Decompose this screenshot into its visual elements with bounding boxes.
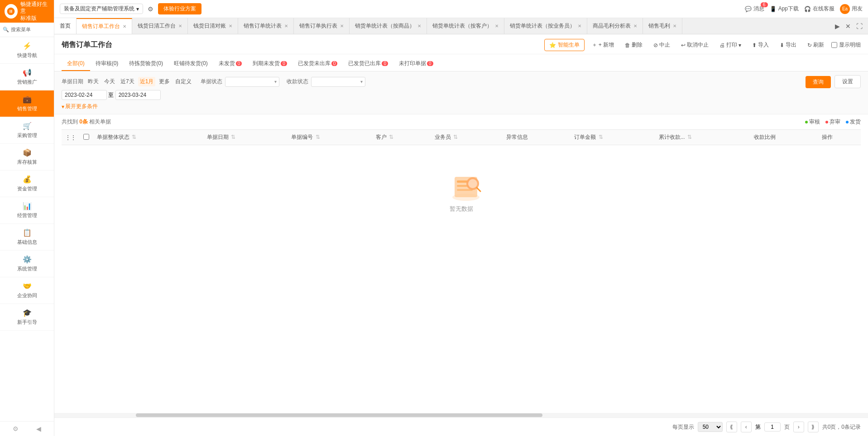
close-tab-sales-workbench[interactable]: ✕ bbox=[123, 24, 126, 29]
sub-tab-pending-review[interactable]: 待审核(0) bbox=[90, 57, 124, 71]
cancel-review-action[interactable]: 弃审 bbox=[825, 118, 840, 126]
tab-sales-stat-staff[interactable]: 销货单统计表（按业务员） ✕ bbox=[504, 18, 587, 34]
payment-select[interactable] bbox=[311, 77, 365, 87]
system-selector[interactable]: 装备及固定资产辅助管理系统 ▾ bbox=[60, 4, 143, 14]
import-button[interactable]: ⬆ 导入 bbox=[748, 39, 772, 51]
sidebar-item-basic[interactable]: 📋 基础信息 bbox=[0, 224, 54, 251]
tabs-expand-icon[interactable]: ⛶ bbox=[854, 22, 864, 31]
close-tab-margin-analysis[interactable]: ✕ bbox=[633, 24, 637, 28]
tab-sales-stat-product[interactable]: 销货单统计表（按商品） ✕ bbox=[350, 18, 427, 34]
trial-button[interactable]: 体验行业方案 bbox=[158, 3, 201, 14]
close-tab-cash-daily[interactable]: ✕ bbox=[178, 24, 182, 28]
sidebar-item-quick-nav[interactable]: ⚡ 快捷导航 bbox=[0, 37, 54, 64]
tabs-more-icon[interactable]: ▶ bbox=[833, 22, 842, 31]
th-order-no[interactable]: 单据编号 ⇅ bbox=[288, 130, 372, 145]
horizontal-scrollbar[interactable] bbox=[54, 413, 868, 417]
sidebar-item-marketing[interactable]: 📢 营销推广 bbox=[0, 64, 54, 90]
marketing-icon: 📢 bbox=[23, 68, 32, 77]
ship-action[interactable]: 发货 bbox=[846, 118, 861, 126]
th-order-date[interactable]: 单据日期 ⇅ bbox=[203, 130, 288, 145]
sub-tab-overdue-not-shipped[interactable]: 到期未发货0 bbox=[247, 57, 293, 71]
sidebar-item-operation[interactable]: 📊 经营管理 bbox=[0, 197, 54, 224]
shortcut-custom[interactable]: 自定义 bbox=[173, 77, 193, 86]
new-button[interactable]: ＋ + 新增 bbox=[588, 39, 618, 51]
date-from-input[interactable] bbox=[62, 90, 107, 100]
query-button[interactable]: 查询 bbox=[806, 76, 831, 88]
tab-sales-exec[interactable]: 销售订单执行表 ✕ bbox=[294, 18, 350, 34]
export-button[interactable]: ⬇ 导出 bbox=[776, 39, 800, 51]
delete-button[interactable]: 🗑 删除 bbox=[621, 39, 646, 51]
smart-order-button[interactable]: ⭐ 智能生单 bbox=[544, 39, 585, 51]
app-download-button[interactable]: 📱 App下载 bbox=[770, 5, 799, 13]
page-size-select[interactable]: 50 100 bbox=[698, 422, 723, 432]
sidebar-item-enterprise[interactable]: 🤝 企业协同 bbox=[0, 277, 54, 304]
detail-checkbox-input[interactable] bbox=[831, 42, 837, 48]
settings-button[interactable]: ⚙ bbox=[148, 5, 153, 13]
tab-sales-stat[interactable]: 销售订单统计表 ✕ bbox=[238, 18, 294, 34]
sidebar-item-purchase[interactable]: 🛒 采购管理 bbox=[0, 117, 54, 144]
th-staff[interactable]: 业务员 ⇅ bbox=[431, 130, 503, 145]
sidebar-item-sales[interactable]: 💼 销售管理 bbox=[0, 90, 54, 117]
online-service-button[interactable]: 🎧 在线客服 bbox=[804, 5, 834, 13]
tab-sales-gross[interactable]: 销售毛利 ✕ bbox=[643, 18, 682, 34]
tab-home[interactable]: 首页 bbox=[54, 18, 77, 34]
user-menu[interactable]: Ea 用友 bbox=[840, 4, 863, 14]
page-content: 销售订单工作台 ⭐ 智能生单 ＋ + 新增 🗑 删除 ⊘ 中止 bbox=[54, 34, 868, 436]
close-tab-sales-exec[interactable]: ✕ bbox=[340, 24, 344, 28]
sub-tab-shipped-not-out[interactable]: 已发货未出库0 bbox=[293, 57, 343, 71]
sub-tab-not-shipped[interactable]: 未发货0 bbox=[213, 57, 248, 71]
page-number-input[interactable] bbox=[764, 422, 781, 431]
sub-tab-shipped-out[interactable]: 已发货已出库0 bbox=[343, 57, 393, 71]
shortcut-1month[interactable]: 近1月 bbox=[138, 77, 156, 86]
refresh-button[interactable]: ↻ 刷新 bbox=[804, 39, 828, 51]
close-tab-sales-stat-staff[interactable]: ✕ bbox=[578, 24, 581, 28]
sub-tab-pending-inspect[interactable]: 待拣货验货(0) bbox=[124, 57, 168, 71]
print-button[interactable]: 🖨 打印 ▾ bbox=[716, 39, 745, 51]
tab-cash-reconcile[interactable]: 钱货日清对账 ✕ bbox=[188, 18, 238, 34]
tab-cash-daily[interactable]: 钱货日清工作台 ✕ bbox=[132, 18, 188, 34]
last-page-button[interactable]: ⟫ bbox=[808, 422, 819, 432]
status-select[interactable] bbox=[225, 77, 279, 87]
settings-icon[interactable]: ⚙ bbox=[13, 425, 19, 432]
show-detail-checkbox[interactable]: 显示明细 bbox=[831, 41, 861, 49]
cancel-stop-button[interactable]: ↩ 取消中止 bbox=[677, 39, 712, 51]
shortcut-yesterday[interactable]: 昨天 bbox=[86, 77, 101, 86]
th-collected[interactable]: 累计收款... ⇅ bbox=[655, 130, 750, 145]
prev-page-button[interactable]: ‹ bbox=[741, 422, 752, 432]
sidebar-item-guide[interactable]: 🎓 新手引导 bbox=[0, 304, 54, 331]
tab-sales-workbench[interactable]: 销售订单工作台 ✕ bbox=[77, 18, 132, 34]
stop-button[interactable]: ⊘ 中止 bbox=[650, 39, 674, 51]
close-tab-sales-stat-product[interactable]: ✕ bbox=[417, 24, 421, 28]
next-page-button[interactable]: › bbox=[793, 422, 804, 432]
setting-button[interactable]: 设置 bbox=[834, 75, 861, 88]
sidebar-search[interactable]: 🔍 搜索菜单 bbox=[0, 23, 54, 37]
collapse-icon[interactable]: ◀ bbox=[36, 425, 41, 432]
th-amount[interactable]: 订单金额 ⇅ bbox=[571, 130, 655, 145]
tab-sales-stat-customer[interactable]: 销货单统计表（按客户） ✕ bbox=[427, 18, 504, 34]
close-tab-sales-stat-customer[interactable]: ✕ bbox=[495, 24, 499, 28]
first-page-button[interactable]: ⟪ bbox=[726, 422, 737, 432]
date-to-input[interactable] bbox=[115, 90, 161, 100]
close-tab-sales-stat[interactable]: ✕ bbox=[284, 24, 288, 28]
tab-margin-analysis[interactable]: 商品毛利分析表 ✕ bbox=[587, 18, 643, 34]
sub-tab-wangpu-pending[interactable]: 旺铺待发货(0) bbox=[168, 57, 213, 71]
sub-tab-all[interactable]: 全部(0) bbox=[62, 57, 90, 71]
select-all-checkbox[interactable] bbox=[83, 134, 89, 140]
sidebar-item-system[interactable]: ⚙️ 系统管理 bbox=[0, 251, 54, 277]
tabs-close-icon[interactable]: ✕ bbox=[844, 22, 853, 31]
shortcut-today[interactable]: 今天 bbox=[102, 77, 117, 86]
shortcut-more[interactable]: 更多 bbox=[157, 77, 172, 86]
expand-button[interactable]: ▾ 展开更多条件 bbox=[62, 103, 861, 110]
message-button[interactable]: 💬 消息 6 bbox=[745, 5, 764, 13]
close-tab-sales-gross[interactable]: ✕ bbox=[673, 24, 676, 28]
review-action[interactable]: 审核 bbox=[805, 118, 820, 126]
th-order-status[interactable]: 单据整体状态 ⇅ bbox=[93, 130, 203, 145]
close-tab-cash-reconcile[interactable]: ✕ bbox=[229, 24, 232, 28]
shortcut-7days[interactable]: 近7天 bbox=[119, 77, 136, 86]
scrollbar-thumb[interactable] bbox=[136, 413, 543, 417]
th-checkbox[interactable] bbox=[80, 130, 93, 145]
sidebar-item-inventory[interactable]: 📦 库存核算 bbox=[0, 144, 54, 171]
sub-tab-not-printed[interactable]: 未打印单据0 bbox=[393, 57, 439, 71]
sidebar-item-finance[interactable]: 💰 资金管理 bbox=[0, 171, 54, 197]
th-customer[interactable]: 客户 ⇅ bbox=[372, 130, 431, 145]
